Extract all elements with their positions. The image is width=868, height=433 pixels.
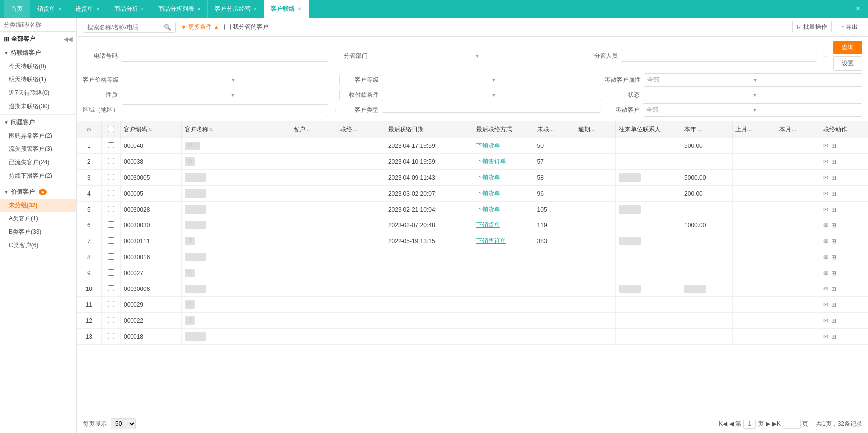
checkbox-cell[interactable] <box>101 170 120 186</box>
row-checkbox[interactable] <box>108 206 114 212</box>
message-action-icon[interactable]: ✉ <box>823 238 828 245</box>
query-button[interactable]: 查询 <box>833 41 862 54</box>
th-action[interactable]: 联络动作 <box>820 121 868 138</box>
link-cell[interactable]: 下销货单 <box>476 221 500 228</box>
checkbox-cell[interactable] <box>101 249 120 265</box>
message-action-icon[interactable]: ✉ <box>823 270 828 277</box>
window-close-button[interactable]: × <box>852 4 864 13</box>
page-size-select[interactable]: 50 100 200 <box>111 418 136 429</box>
row-checkbox[interactable] <box>108 253 114 260</box>
customer-type-select[interactable] <box>382 108 601 113</box>
row-checkbox[interactable] <box>108 174 114 180</box>
sidebar-item-type-b[interactable]: B类客户(33) <box>0 225 76 239</box>
dept-select[interactable]: ▼ <box>371 51 579 61</box>
row-checkbox[interactable] <box>108 142 114 148</box>
prev-page-button[interactable]: ◀ <box>729 420 734 427</box>
tab-customer-tier[interactable]: 客户分层经营 × <box>208 0 264 18</box>
sidebar-item-declining[interactable]: 持续下滑客户(2) <box>0 169 76 183</box>
sidebar-item-type-c[interactable]: C类客户(6) <box>0 239 76 252</box>
row-checkbox[interactable] <box>108 333 114 339</box>
grid-action-icon[interactable]: ⊞ <box>831 158 836 165</box>
th-contact[interactable]: 联络... <box>337 121 385 138</box>
th-name[interactable]: 客户名称 ⇅ <box>181 121 290 138</box>
link-cell[interactable]: 下销货单 <box>476 190 500 197</box>
grid-action-icon[interactable]: ⊞ <box>831 270 836 277</box>
checkbox-cell[interactable] <box>101 217 120 233</box>
tab-customer-contact[interactable]: 客户联络 × <box>264 0 308 18</box>
message-action-icon[interactable]: ✉ <box>823 301 828 308</box>
row-checkbox[interactable] <box>108 301 114 307</box>
sidebar-group-pending[interactable]: ▼ 待联络客户 <box>0 46 76 60</box>
sidebar-item-week[interactable]: 近7天待联络(0) <box>0 86 76 100</box>
tab-home[interactable]: 首页 <box>4 0 30 18</box>
th-this-month[interactable]: 本月... <box>776 121 820 138</box>
th-checkbox[interactable] <box>101 121 120 138</box>
grid-action-icon[interactable]: ⊞ <box>831 174 836 181</box>
last-page-button[interactable]: ▶K <box>772 420 781 427</box>
more-conditions-button[interactable]: ▼ 更多条件 ▲ <box>181 23 219 31</box>
retail-customer-select[interactable]: 全部 ▼ <box>643 103 862 117</box>
message-action-icon[interactable]: ✉ <box>823 174 828 181</box>
reset-button[interactable]: 设置 <box>833 56 862 71</box>
checkbox-cell[interactable] <box>101 313 120 329</box>
sidebar-item-ungrouped[interactable]: 未分组(32) <box>0 199 76 212</box>
checkbox-cell[interactable] <box>101 186 120 202</box>
staff-input[interactable] <box>621 50 817 62</box>
tab-purchase[interactable]: 进货单 × <box>68 0 107 18</box>
checkbox-cell[interactable] <box>101 202 120 217</box>
checkbox-cell[interactable] <box>101 281 120 297</box>
region-more-icon[interactable]: ··· <box>331 107 340 114</box>
tab-sales-close[interactable]: × <box>58 6 61 12</box>
checkbox-cell[interactable] <box>101 329 120 345</box>
message-action-icon[interactable]: ✉ <box>823 206 828 213</box>
message-action-icon[interactable]: ✉ <box>823 333 828 340</box>
th-settings[interactable]: ⚙ <box>77 121 101 138</box>
message-action-icon[interactable]: ✉ <box>823 254 828 261</box>
sidebar-search-input[interactable] <box>4 21 77 28</box>
retail-attr-select[interactable]: 全部 ▼ <box>644 73 862 87</box>
checkbox-cell[interactable] <box>101 154 120 170</box>
sidebar-item-overdue-unlinked[interactable]: 逾期未联络(30) <box>0 100 76 113</box>
next-page-button[interactable]: ▶ <box>766 420 770 427</box>
message-action-icon[interactable]: ✉ <box>823 158 828 165</box>
link-cell[interactable]: 下销售订单 <box>476 158 506 165</box>
tab-goods-analysis-close[interactable]: × <box>141 6 144 12</box>
sidebar-group-value[interactable]: ▼ 价值客户 ● <box>0 185 76 199</box>
price-tier-select[interactable]: ▼ <box>122 75 340 85</box>
th-type[interactable]: 客户... <box>290 121 337 138</box>
sidebar-all-customers[interactable]: ⊞ 全部客户 ◀◀ <box>0 32 76 46</box>
sidebar-item-abnormal[interactable]: 囤购异常客户(2) <box>0 129 76 143</box>
grid-action-icon[interactable]: ⊞ <box>831 238 836 245</box>
sidebar-item-today[interactable]: 今天待联络(0) <box>0 60 76 73</box>
sidebar-group-problem[interactable]: ▼ 问题客户 <box>0 116 76 129</box>
th-partner[interactable]: 往来单位联系人 <box>615 121 681 138</box>
th-overdue[interactable]: 逾期... <box>575 121 615 138</box>
select-all-checkbox[interactable] <box>108 126 114 132</box>
tab-goods-analysis[interactable]: 商品分析 × <box>107 0 151 18</box>
row-checkbox[interactable] <box>108 190 114 196</box>
tab-goods-analysis-list-close[interactable]: × <box>197 6 200 12</box>
link-cell[interactable]: 下销货单 <box>476 174 500 181</box>
grid-action-icon[interactable]: ⊞ <box>831 222 836 229</box>
staff-more-icon[interactable]: ··· <box>820 52 829 59</box>
tab-customer-tier-close[interactable]: × <box>254 6 257 12</box>
tab-sales[interactable]: 销货单 × <box>30 0 68 18</box>
th-code[interactable]: 客户编码 ⇅ <box>120 121 181 138</box>
sidebar-item-churn-warning[interactable]: 流失预警客户(3) <box>0 143 76 156</box>
customer-tier-select[interactable]: ▼ <box>382 75 601 85</box>
payment-select[interactable]: ▼ <box>382 90 601 100</box>
tab-goods-analysis-list[interactable]: 商品分析列表 × <box>151 0 207 18</box>
search-input[interactable] <box>87 24 162 31</box>
message-action-icon[interactable]: ✉ <box>823 286 828 292</box>
first-page-button[interactable]: K◀ <box>719 420 727 427</box>
row-checkbox[interactable] <box>108 285 114 291</box>
checkbox-cell[interactable] <box>101 138 120 154</box>
grid-action-icon[interactable]: ⊞ <box>831 254 836 261</box>
row-checkbox[interactable] <box>108 317 114 323</box>
link-cell[interactable]: 下销售订单 <box>476 237 506 244</box>
checkbox-cell[interactable] <box>101 233 120 249</box>
grid-action-icon[interactable]: ⊞ <box>831 143 836 149</box>
tab-customer-contact-close[interactable]: × <box>298 6 301 12</box>
link-cell[interactable]: 下销货单 <box>476 206 500 213</box>
phone-input[interactable] <box>121 50 329 62</box>
